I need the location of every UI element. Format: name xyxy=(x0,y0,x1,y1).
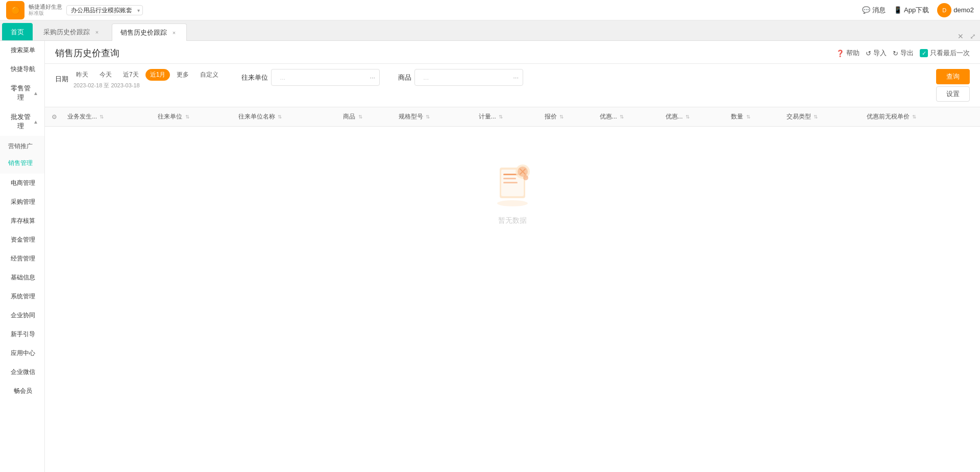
page-actions: ❓ 帮助 ↺ 导入 ↻ 导出 ✓ 只看最后一次 xyxy=(836,49,970,58)
topbar-right: 💬 消息 📱 App下载 D demo2 xyxy=(862,3,974,17)
date-btn-custom[interactable]: 自定义 xyxy=(195,69,223,81)
sidebar-item-sales-mgmt[interactable]: 销售管理 xyxy=(0,155,44,172)
maximize-icon[interactable]: ⤢ xyxy=(970,32,976,40)
svg-point-10 xyxy=(523,175,528,180)
content-area: 销售历史价查询 ❓ 帮助 ↺ 导入 ↻ 导出 ✓ 只看最后一次 xyxy=(45,41,980,472)
th-quantity[interactable]: 数量 ⇅ xyxy=(727,107,782,127)
date-btn-1month[interactable]: 近1月 xyxy=(145,69,170,81)
empty-svg xyxy=(487,157,538,208)
sidebar-item-wechat[interactable]: 企业微信 xyxy=(0,363,44,382)
th-discount-amount[interactable]: 优惠... ⇅ xyxy=(662,107,727,127)
tab-home[interactable]: 首页 xyxy=(2,23,33,40)
tabbar-actions: ✕ ⤢ xyxy=(958,32,980,40)
close-sales-tab[interactable]: × xyxy=(170,29,178,37)
product-filter: 商品 ··· xyxy=(398,69,523,86)
sort-spec: ⇅ xyxy=(426,114,430,120)
sidebar-item-guide[interactable]: 新手引导 xyxy=(0,325,44,344)
table-gear-icon[interactable]: ⚙ xyxy=(52,113,57,121)
settings-button[interactable]: 设置 xyxy=(936,86,970,102)
tab-home-label: 首页 xyxy=(11,28,24,37)
th-discount-rate[interactable]: 优惠... ⇅ xyxy=(596,107,662,127)
sidebar-item-search-menu[interactable]: 搜索菜单 xyxy=(0,41,44,60)
data-table: ⚙ 业务发生... ⇅ 往来单位 ⇅ 往来单位名称 ⇅ xyxy=(45,107,980,127)
close-all-tabs-icon[interactable]: ✕ xyxy=(958,32,964,40)
product-label: 商品 xyxy=(398,73,411,82)
action-btns: 查询 设置 xyxy=(936,69,970,102)
sort-trade-type: ⇅ xyxy=(814,114,818,120)
sidebar-item-enterprise[interactable]: 企业协同 xyxy=(0,306,44,325)
sidebar-item-marketing[interactable]: 营销推广 xyxy=(0,138,44,155)
breadcrumb[interactable]: 办公用品行业模拟账套 xyxy=(66,5,143,15)
app-download-btn[interactable]: 📱 App下载 xyxy=(894,6,929,15)
date-btn-yesterday[interactable]: 昨天 xyxy=(71,69,93,81)
sort-pretax-price: ⇅ xyxy=(912,114,916,120)
sort-quantity: ⇅ xyxy=(746,114,750,120)
sidebar-item-system[interactable]: 系统管理 xyxy=(0,287,44,306)
tab-sales-history[interactable]: 销售历史价跟踪 × xyxy=(112,23,187,41)
sidebar-item-quick-nav[interactable]: 快捷导航 xyxy=(0,60,44,79)
import-btn[interactable]: ↺ 导入 xyxy=(866,49,887,58)
th-partner-code[interactable]: 往来单位 ⇅ xyxy=(154,107,234,127)
sidebar: 搜索菜单 快捷导航 零售管理 ▲ 批发管理 ▲ 营销推广 销售管理 电商管理 采… xyxy=(0,41,45,472)
table-container: ⚙ 业务发生... ⇅ 往来单位 ⇅ 往来单位名称 ⇅ xyxy=(45,107,980,472)
product-input[interactable] xyxy=(419,72,513,83)
sidebar-item-ecommerce[interactable]: 电商管理 xyxy=(0,174,44,193)
th-trade-type[interactable]: 交易类型 ⇅ xyxy=(782,107,863,127)
avatar: D xyxy=(937,3,951,17)
product-lookup-icon[interactable]: ··· xyxy=(513,74,519,81)
sort-quoted-price: ⇅ xyxy=(559,114,564,120)
query-button[interactable]: 查询 xyxy=(936,69,970,84)
wholesale-label: 批发管理 xyxy=(8,112,33,131)
breadcrumb-select[interactable]: 办公用品行业模拟账套 xyxy=(66,5,143,15)
date-btn-today[interactable]: 今天 xyxy=(95,69,116,81)
date-label: 日期 xyxy=(55,75,68,84)
sidebar-item-purchase[interactable]: 采购管理 xyxy=(0,193,44,211)
filter-bar: 日期 昨天 今天 近7天 近1月 更多 自定义 2023-02-18 至 202… xyxy=(45,64,980,107)
table-header-row: ⚙ 业务发生... ⇅ 往来单位 ⇅ 往来单位名称 ⇅ xyxy=(45,107,980,127)
sidebar-item-member[interactable]: 畅会员 xyxy=(0,382,44,400)
partner-filter: 往来单位 ··· xyxy=(241,69,380,86)
date-btn-7days[interactable]: 近7天 xyxy=(118,69,143,81)
sidebar-item-basic-info[interactable]: 基础信息 xyxy=(0,268,44,287)
topbar-left: 🟠 畅捷通好生意 标准版 办公用品行业模拟账套 xyxy=(6,1,143,19)
partner-input[interactable] xyxy=(276,72,370,83)
empty-state: 暂无数据 xyxy=(45,127,980,256)
svg-point-0 xyxy=(497,200,528,206)
message-btn[interactable]: 💬 消息 xyxy=(862,6,886,15)
th-spec[interactable]: 规格型号 ⇅ xyxy=(395,107,475,127)
help-icon: ❓ xyxy=(836,50,844,57)
th-pretax-price[interactable]: 优惠前无税单价 ⇅ xyxy=(863,107,980,127)
sidebar-item-wholesale[interactable]: 批发管理 ▲ xyxy=(0,107,44,136)
only-last-checkbox[interactable]: ✓ 只看最后一次 xyxy=(920,49,970,58)
user-menu[interactable]: D demo2 xyxy=(937,3,974,17)
sidebar-item-app-center[interactable]: 应用中心 xyxy=(0,344,44,363)
th-unit[interactable]: 计量... ⇅ xyxy=(475,107,541,127)
empty-text: 暂无数据 xyxy=(498,216,527,225)
date-btn-more[interactable]: 更多 xyxy=(172,69,193,81)
sidebar-item-retail[interactable]: 零售管理 ▲ xyxy=(0,79,44,107)
help-btn[interactable]: ❓ 帮助 xyxy=(836,49,860,58)
sidebar-item-inventory[interactable]: 库存核算 xyxy=(0,211,44,230)
export-icon: ↻ xyxy=(893,50,898,57)
tab-purchase-history[interactable]: 采购历史价跟踪 × xyxy=(35,23,110,40)
th-product[interactable]: 商品 ⇅ xyxy=(339,107,394,127)
sidebar-item-finance[interactable]: 资金管理 xyxy=(0,230,44,249)
sidebar-item-operations[interactable]: 经营管理 xyxy=(0,249,44,268)
app-name: 畅捷通好生意 标准版 xyxy=(29,4,62,16)
tabbar: 首页 采购历史价跟踪 × 销售历史价跟踪 × ✕ ⤢ xyxy=(0,20,980,41)
th-partner-name[interactable]: 往来单位名称 ⇅ xyxy=(234,107,339,127)
close-purchase-tab[interactable]: × xyxy=(93,28,101,36)
th-biz-date[interactable]: 业务发生... ⇅ xyxy=(63,107,154,127)
message-icon: 💬 xyxy=(862,6,870,14)
date-range-display: 2023-02-18 至 2023-03-18 xyxy=(71,82,223,89)
partner-lookup-icon[interactable]: ··· xyxy=(370,74,375,81)
page-header: 销售历史价查询 ❓ 帮助 ↺ 导入 ↻ 导出 ✓ 只看最后一次 xyxy=(45,41,980,64)
sort-unit: ⇅ xyxy=(499,114,503,120)
svg-rect-4 xyxy=(503,178,516,179)
wholesale-arrow: ▲ xyxy=(33,119,38,125)
main-layout: 搜索菜单 快捷导航 零售管理 ▲ 批发管理 ▲ 营销推广 销售管理 电商管理 采… xyxy=(0,41,980,472)
th-quoted-price[interactable]: 报价 ⇅ xyxy=(541,107,596,127)
sort-discount-rate: ⇅ xyxy=(620,114,624,120)
retail-arrow: ▲ xyxy=(33,90,38,96)
export-btn[interactable]: ↻ 导出 xyxy=(893,49,914,58)
